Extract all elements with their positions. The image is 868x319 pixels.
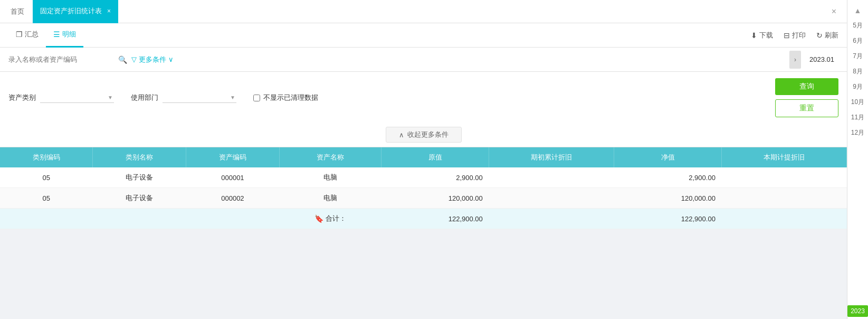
cell-acc-dep <box>489 167 614 188</box>
filter-icon: ▽ <box>131 55 137 63</box>
department-select-wrapper: ▼ <box>163 92 236 103</box>
refresh-icon: ↻ <box>816 31 823 40</box>
col-acc-depreciation: 期初累计折旧 <box>489 147 614 167</box>
col-asset-name: 资产名称 <box>279 147 381 167</box>
table-header-row: 类别编码 类别名称 资产编码 资产名称 原值 期初累计折旧 净值 本期计提折旧 <box>0 147 847 167</box>
top-nav: 首页 固定资产折旧统计表 × × <box>0 0 847 23</box>
sidebar-year: 2023 <box>847 305 868 317</box>
toolbar: ❐ 汇总 ☰ 明细 ⬇ 下载 ⊟ 打印 ↻ 刷新 <box>0 23 847 48</box>
table-row: 05 电子设备 000002 电脑 120,000.00 120,000.00 <box>0 188 847 209</box>
nav-home[interactable]: 首页 <box>6 7 28 16</box>
sidebar-month-item[interactable]: 5月 <box>851 18 864 33</box>
cell-asset-name: 电脑 <box>279 188 381 209</box>
summary-icon: ❐ <box>16 30 23 39</box>
download-label: 下载 <box>759 31 773 40</box>
tab-summary[interactable]: ❐ 汇总 <box>8 23 46 48</box>
download-button[interactable]: ⬇ 下载 <box>751 31 773 40</box>
sidebar-month-item[interactable]: 7月 <box>851 49 864 64</box>
filter-actions: 查询 重置 <box>775 78 838 117</box>
total-label-cell <box>0 209 279 229</box>
cell-cat-code: 05 <box>0 167 93 188</box>
print-icon: ⊟ <box>784 31 790 40</box>
cell-curr-dep <box>722 167 847 188</box>
table-total-row: 🔖合计： 122,900.00 122,900.00 <box>0 209 847 229</box>
asset-category-label: 资产类别 <box>8 93 36 102</box>
sidebar-month-item[interactable]: 6月 <box>851 33 864 49</box>
sidebar-month-item[interactable]: 11月 <box>851 110 864 125</box>
sidebar-month-item[interactable]: 12月 <box>851 125 864 140</box>
col-category-name: 类别名称 <box>93 147 186 167</box>
cell-net-value: 120,000.00 <box>614 188 722 209</box>
date-label: 2023.01 <box>805 55 838 63</box>
data-table: 类别编码 类别名称 资产编码 资产名称 原值 期初累计折旧 净值 本期计提折旧 … <box>0 147 847 229</box>
department-filter: 使用部门 ▼ <box>131 92 236 103</box>
department-select[interactable] <box>163 92 236 102</box>
hide-cleared-checkbox[interactable] <box>253 95 260 101</box>
cell-curr-dep <box>722 188 847 209</box>
month-list: 5月6月7月8月9月10月11月12月 <box>851 18 864 140</box>
more-filter-label: 更多条件 <box>139 55 166 64</box>
active-tab[interactable]: 固定资产折旧统计表 × <box>33 0 118 23</box>
tab-detail-label: 明细 <box>62 30 76 39</box>
department-label: 使用部门 <box>131 93 158 102</box>
reset-button[interactable]: 重置 <box>775 99 838 117</box>
total-original-value: 122,900.00 <box>381 209 489 229</box>
print-button[interactable]: ⊟ 打印 <box>784 31 806 40</box>
sidebar-up-nav[interactable]: ▲ <box>854 4 862 17</box>
total-acc-dep <box>489 209 614 229</box>
query-button[interactable]: 查询 <box>775 78 838 95</box>
detail-icon: ☰ <box>53 30 60 39</box>
total-curr-dep <box>722 209 847 229</box>
more-filter-button[interactable]: ▽ 更多条件 ∨ <box>131 55 174 64</box>
cell-acc-dep <box>489 188 614 209</box>
collapse-label: 收起更多条件 <box>407 130 449 139</box>
collapse-icon: ∧ <box>399 131 404 139</box>
col-category-code: 类别编码 <box>0 147 93 167</box>
collapse-button[interactable]: ∧ 收起更多条件 <box>8 123 838 147</box>
search-icon[interactable]: 🔍 <box>118 55 127 64</box>
search-input[interactable] <box>8 55 114 63</box>
col-original-value: 原值 <box>381 147 489 167</box>
close-window-button[interactable]: × <box>827 5 841 18</box>
tab-detail[interactable]: ☰ 明细 <box>46 23 83 48</box>
sidebar-month-item[interactable]: 9月 <box>851 79 864 95</box>
asset-category-select[interactable] <box>40 92 114 102</box>
filter-panel: 资产类别 ▼ 使用部门 ▼ 不显示已清理数 <box>0 72 847 147</box>
filter-row: 资产类别 ▼ 使用部门 ▼ 不显示已清理数 <box>8 78 838 123</box>
total-label: 🔖合计： <box>279 209 381 229</box>
sidebar-month-item[interactable]: 8月 <box>851 64 864 79</box>
collapse-btn-inner: ∧ 收起更多条件 <box>386 127 462 143</box>
hide-cleared-filter: 不显示已清理数据 <box>253 93 318 102</box>
hide-cleared-label: 不显示已清理数据 <box>263 93 318 102</box>
right-sidebar: ▲ 5月6月7月8月9月10月11月12月 2023 <box>847 0 868 319</box>
col-current-depreciation: 本期计提折旧 <box>722 147 847 167</box>
cell-original-value: 120,000.00 <box>381 188 489 209</box>
cell-original-value: 2,900.00 <box>381 167 489 188</box>
chevron-down-icon: ∨ <box>168 55 174 63</box>
total-net-value: 122,900.00 <box>614 209 722 229</box>
refresh-button[interactable]: ↻ 刷新 <box>816 31 838 40</box>
col-net-value: 净值 <box>614 147 722 167</box>
cell-asset-code: 000002 <box>186 188 280 209</box>
table-container: 类别编码 类别名称 资产编码 资产名称 原值 期初累计折旧 净值 本期计提折旧 … <box>0 147 847 319</box>
print-label: 打印 <box>792 31 806 40</box>
cell-cat-name: 电子设备 <box>93 167 186 188</box>
cell-asset-code: 000001 <box>186 167 280 188</box>
refresh-label: 刷新 <box>825 31 838 40</box>
close-tab-icon[interactable]: × <box>107 7 111 15</box>
sidebar-month-item[interactable]: 10月 <box>851 95 864 110</box>
search-bar: 🔍 ▽ 更多条件 ∨ › 2023.01 <box>0 48 847 72</box>
tab-summary-label: 汇总 <box>25 30 39 39</box>
asset-category-select-wrapper: ▼ <box>40 92 114 103</box>
date-nav-arrow[interactable]: › <box>789 51 801 69</box>
cell-cat-code: 05 <box>0 188 93 209</box>
toolbar-right: ⬇ 下载 ⊟ 打印 ↻ 刷新 <box>751 31 838 40</box>
cell-net-value: 2,900.00 <box>614 167 722 188</box>
cell-cat-name: 电子设备 <box>93 188 186 209</box>
cell-asset-name: 电脑 <box>279 167 381 188</box>
download-icon: ⬇ <box>751 31 757 40</box>
asset-category-filter: 资产类别 ▼ <box>8 92 114 103</box>
col-asset-code: 资产编码 <box>186 147 280 167</box>
active-tab-label: 固定资产折旧统计表 <box>40 6 102 16</box>
table-row: 05 电子设备 000001 电脑 2,900.00 2,900.00 <box>0 167 847 188</box>
